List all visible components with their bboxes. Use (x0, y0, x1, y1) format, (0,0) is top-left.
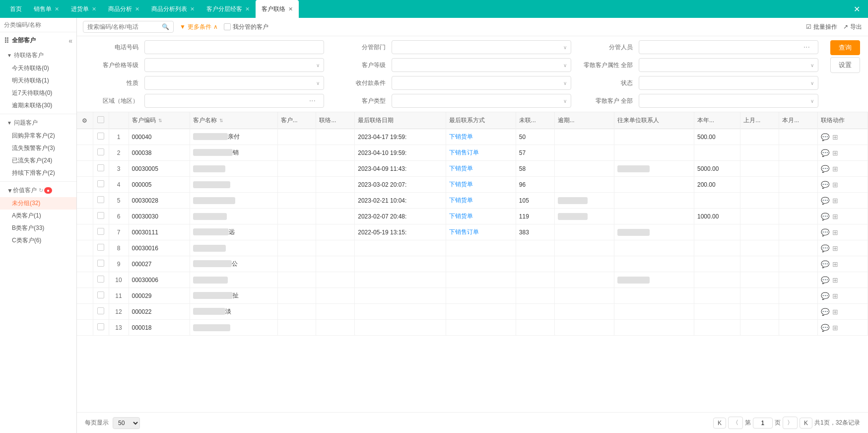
th-code[interactable]: 客户编码 ⇅ (129, 112, 190, 129)
grid-action-icon[interactable]: ⊞ (832, 324, 838, 332)
td-last-way[interactable]: 下销售订单 (446, 145, 516, 161)
next-page-btn[interactable]: 〉 (783, 417, 798, 429)
problem-customer-group[interactable]: ▼ 问题客户 (0, 116, 76, 130)
grid-action-icon[interactable]: ⊞ (832, 165, 838, 173)
td-checkbox[interactable] (93, 288, 109, 304)
sidebar-item-churn-warning[interactable]: 流失预警客户(3) (0, 142, 76, 154)
settings-icon[interactable]: ⚙ (82, 117, 87, 124)
row-checkbox[interactable] (97, 164, 104, 171)
close-customer-segment-tab[interactable]: ✕ (245, 6, 250, 12)
close-purchase-tab[interactable]: ✕ (92, 6, 96, 12)
select-nature[interactable]: ∨ (144, 76, 324, 90)
comment-icon[interactable]: 💬 (821, 133, 829, 141)
comment-icon[interactable]: 💬 (821, 149, 829, 157)
tab-sales[interactable]: 销售单 ✕ (28, 0, 65, 18)
dots-manager[interactable]: ··· (800, 43, 814, 52)
value-refresh-icon[interactable]: ↻ (39, 187, 43, 194)
td-checkbox[interactable] (93, 272, 109, 288)
sidebar-search-input[interactable] (4, 21, 77, 28)
td-checkbox[interactable] (93, 177, 109, 193)
batch-ops-btn[interactable]: ☑ 批量操作 (806, 23, 837, 31)
all-customers-header[interactable]: ⠿ 全部客户 « (0, 32, 76, 49)
row-checkbox[interactable] (97, 291, 104, 298)
comment-icon[interactable]: 💬 (821, 292, 829, 300)
grid-action-icon[interactable]: ⊞ (832, 213, 838, 220)
tab-product-analysis[interactable]: 商品分析 ✕ (102, 0, 145, 18)
last-page-btn[interactable]: K (800, 418, 812, 429)
comment-icon[interactable]: 💬 (821, 181, 829, 189)
nav-close-button[interactable]: ✕ (850, 4, 864, 14)
td-last-way[interactable] (446, 256, 516, 272)
sidebar-item-c-class[interactable]: C类客户(6) (0, 234, 76, 247)
sidebar-item-abnormal-repurchase[interactable]: 回购异常客户(2) (0, 130, 76, 142)
sidebar-item-ungroup[interactable]: 未分组(32) (0, 197, 76, 210)
comment-icon[interactable]: 💬 (821, 276, 829, 284)
th-contact[interactable]: 联络... (316, 112, 355, 129)
sidebar-item-declining[interactable]: 持续下滑客户(2) (0, 167, 76, 179)
row-checkbox[interactable] (97, 276, 104, 283)
select-scatter-attr[interactable]: ∨ (639, 58, 818, 72)
select-manager[interactable]: ··· (639, 40, 818, 54)
td-last-way[interactable] (446, 288, 516, 304)
row-checkbox[interactable] (97, 244, 104, 251)
select-status[interactable]: ∨ (639, 76, 818, 90)
sidebar-item-b-class[interactable]: B类客户(33) (0, 222, 76, 234)
th-no-contact[interactable]: 未联... (516, 112, 554, 129)
page-input[interactable] (753, 418, 773, 429)
tab-purchase[interactable]: 进货单 ✕ (65, 0, 102, 18)
query-button[interactable]: 查询 (830, 40, 860, 55)
grid-action-icon[interactable]: ⊞ (832, 197, 838, 205)
comment-icon[interactable]: 💬 (821, 260, 829, 268)
th-last-month[interactable]: 上月... (740, 112, 779, 129)
row-checkbox[interactable] (97, 133, 104, 140)
td-last-way[interactable]: 下销货单 (446, 177, 516, 193)
th-overdue[interactable]: 逾期... (554, 112, 614, 129)
row-checkbox[interactable] (97, 180, 104, 187)
sidebar-item-overdue[interactable]: 逾期未联络(30) (0, 99, 76, 112)
th-this-year[interactable]: 本年... (694, 112, 740, 129)
td-checkbox[interactable] (93, 209, 109, 224)
tab-product-analysis-list[interactable]: 商品分析列表 ✕ (145, 0, 200, 18)
select-dept[interactable]: ∨ (392, 40, 571, 54)
th-settings[interactable]: ⚙ (77, 112, 93, 129)
my-customers-checkbox[interactable]: 我分管的客户 (224, 23, 268, 31)
comment-icon[interactable]: 💬 (821, 165, 829, 173)
th-last-contact-date[interactable]: 最后联络日期 (355, 112, 446, 129)
th-type[interactable]: 客户... (277, 112, 316, 129)
value-customer-group[interactable]: ▼ 价值客户 ↻ ● (0, 184, 76, 197)
sidebar-item-tomorrow[interactable]: 明天待联络(1) (0, 74, 76, 87)
comment-icon[interactable]: 💬 (821, 213, 829, 220)
select-payment-terms[interactable]: ∨ (392, 76, 571, 90)
row-checkbox[interactable] (97, 260, 104, 267)
tab-home[interactable]: 首页 (4, 0, 28, 18)
comment-icon[interactable]: 💬 (821, 228, 829, 236)
th-this-month[interactable]: 本月... (779, 112, 818, 129)
sidebar-item-7days[interactable]: 近7天待联络(0) (0, 87, 76, 99)
td-last-way[interactable] (446, 320, 516, 336)
td-checkbox[interactable] (93, 224, 109, 240)
row-checkbox[interactable] (97, 307, 104, 314)
select-scatter-customer[interactable]: ∨ (639, 94, 818, 108)
select-area[interactable]: ··· (144, 94, 324, 108)
row-checkbox[interactable] (97, 323, 104, 330)
reset-button[interactable]: 设置 (830, 57, 860, 73)
grid-action-icon[interactable]: ⊞ (832, 228, 838, 236)
prev-page-btn[interactable]: 〈 (728, 417, 743, 429)
export-btn[interactable]: ↗ 导出 (843, 23, 862, 31)
td-last-way[interactable]: 下销售订单 (446, 224, 516, 240)
search-box[interactable]: 🔍 (83, 21, 174, 33)
td-checkbox[interactable] (93, 256, 109, 272)
th-name[interactable]: 客户名称 ⇅ (190, 112, 277, 129)
select-customer-level[interactable]: ∨ (392, 58, 571, 72)
td-checkbox[interactable] (93, 320, 109, 336)
row-checkbox[interactable] (97, 228, 104, 235)
close-customer-contact-tab[interactable]: ✕ (288, 6, 293, 12)
close-product-analysis-list-tab[interactable]: ✕ (190, 6, 195, 12)
close-sales-tab[interactable]: ✕ (55, 6, 59, 12)
grid-action-icon[interactable]: ⊞ (832, 276, 838, 284)
td-checkbox[interactable] (93, 145, 109, 161)
row-checkbox[interactable] (97, 148, 104, 155)
sidebar-item-a-class[interactable]: A类客户(1) (0, 210, 76, 222)
td-checkbox[interactable] (93, 129, 109, 145)
grid-action-icon[interactable]: ⊞ (832, 244, 838, 252)
